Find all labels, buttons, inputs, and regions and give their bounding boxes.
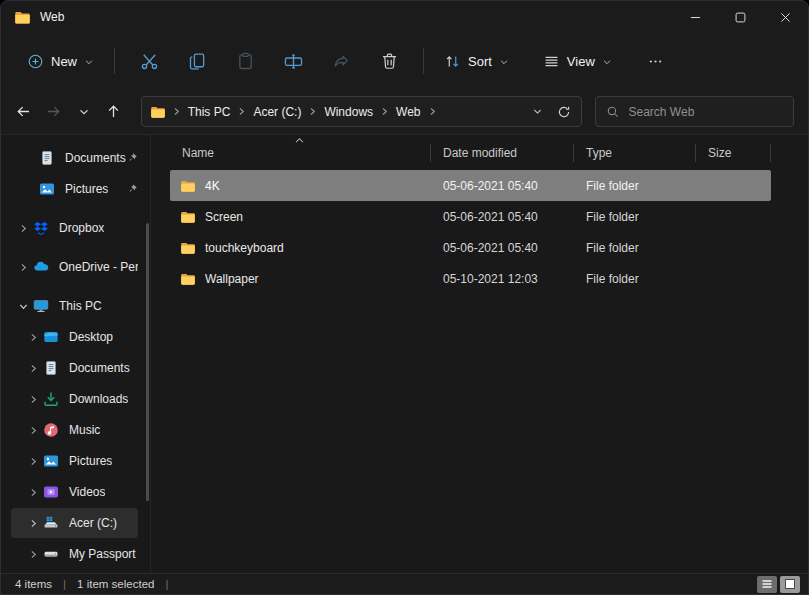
command-bar: New <box>1 33 808 89</box>
breadcrumb-chevron-icon <box>237 107 246 116</box>
column-header-name[interactable]: Name <box>170 144 431 162</box>
chevron-right-icon[interactable] <box>23 364 43 373</box>
folder-icon <box>180 209 196 225</box>
more-options-button[interactable] <box>636 43 676 79</box>
share-button[interactable] <box>321 43 361 79</box>
breadcrumb-this-pc[interactable]: This PC <box>183 102 236 122</box>
details-view-button[interactable] <box>757 576 777 593</box>
breadcrumb-web[interactable]: Web <box>391 102 425 122</box>
pictures-icon <box>43 453 59 469</box>
folder-icon <box>180 271 196 287</box>
sidebar-item-dropbox[interactable]: Dropbox <box>11 213 138 243</box>
breadcrumb-acer-c[interactable]: Acer (C:) <box>248 102 306 122</box>
close-button[interactable] <box>763 1 808 33</box>
sidebar-item-label: Videos <box>69 485 105 499</box>
sidebar-item-my-passport[interactable]: My Passport (H <box>11 539 138 569</box>
documents-icon <box>43 360 59 376</box>
this-pc-icon <box>33 298 49 314</box>
chevron-down-icon[interactable] <box>13 302 33 311</box>
file-name: Screen <box>205 210 243 224</box>
folder-icon <box>180 178 196 194</box>
rename-icon <box>283 51 304 72</box>
file-rows: 4K 05-06-2021 05:40 File folder Screen 0… <box>170 170 771 294</box>
search-box[interactable] <box>595 96 795 127</box>
column-header-size[interactable]: Size <box>696 144 771 162</box>
file-date-modified: 05-06-2021 05:40 <box>431 179 574 193</box>
sidebar-item-acer-c[interactable]: Acer (C:) <box>11 508 138 538</box>
search-input[interactable] <box>629 105 769 119</box>
sidebar-item-label: Pictures <box>65 182 108 196</box>
file-row-4k[interactable]: 4K 05-06-2021 05:40 File folder <box>170 170 771 201</box>
sidebar-item-label: Documents <box>69 361 130 375</box>
sidebar-item-label: My Passport (H <box>69 547 138 561</box>
paste-button[interactable] <box>225 43 265 79</box>
sidebar-item-label: Pictures <box>69 454 112 468</box>
folder-icon <box>14 9 31 26</box>
sidebar-item-pictures-pinned[interactable]: Pictures <box>11 174 138 204</box>
chevron-right-icon[interactable] <box>13 224 33 233</box>
sort-button[interactable]: Sort <box>434 46 519 77</box>
sidebar-item-onedrive[interactable]: OneDrive - Perso <box>11 252 138 282</box>
folder-icon <box>180 240 196 256</box>
delete-button[interactable] <box>369 43 409 79</box>
chevron-down-icon <box>84 57 94 67</box>
minimize-button[interactable] <box>673 1 718 33</box>
chevron-right-icon[interactable] <box>23 426 43 435</box>
drive-windows-icon <box>43 515 59 531</box>
file-explorer-window: Web New <box>0 0 809 595</box>
large-thumbnails-view-button[interactable] <box>780 576 800 593</box>
folder-icon <box>150 104 166 120</box>
view-button[interactable]: View <box>533 46 622 77</box>
sidebar-item-downloads[interactable]: Downloads <box>11 384 138 414</box>
column-header-type[interactable]: Type <box>574 144 696 162</box>
chevron-right-icon[interactable] <box>23 550 43 559</box>
column-headers: Name Date modified Type Size <box>170 139 771 167</box>
chevron-right-icon[interactable] <box>23 519 43 528</box>
titlebar: Web <box>1 1 808 33</box>
copy-button[interactable] <box>177 43 217 79</box>
status-divider: | <box>63 578 66 590</box>
sort-icon <box>444 53 461 70</box>
back-button[interactable] <box>9 97 39 127</box>
column-header-date-modified[interactable]: Date modified <box>431 144 574 162</box>
chevron-right-icon[interactable] <box>23 333 43 342</box>
chevron-right-icon[interactable] <box>13 263 33 272</box>
breadcrumb-windows[interactable]: Windows <box>319 102 378 122</box>
chevron-right-icon[interactable] <box>23 488 43 497</box>
recent-locations-button[interactable] <box>69 97 99 127</box>
item-count: 4 items <box>15 578 52 590</box>
address-bar[interactable]: This PC Acer (C:) Windows Web <box>141 96 582 127</box>
maximize-button[interactable] <box>718 1 763 33</box>
file-date-modified: 05-06-2021 05:40 <box>431 210 574 224</box>
sidebar-item-documents[interactable]: Documents <box>11 353 138 383</box>
sidebar-item-pictures[interactable]: Pictures <box>11 446 138 476</box>
sidebar-item-desktop[interactable]: Desktop <box>11 322 138 352</box>
chevron-right-icon[interactable] <box>23 395 43 404</box>
cut-button[interactable] <box>129 43 169 79</box>
external-drive-icon <box>43 546 59 562</box>
sidebar-scrollbar[interactable] <box>146 223 149 501</box>
rename-button[interactable] <box>273 43 313 79</box>
sidebar-item-label: This PC <box>59 299 102 313</box>
file-type: File folder <box>574 210 696 224</box>
sidebar-item-documents-pinned[interactable]: Documents <box>11 143 138 173</box>
address-dropdown-icon[interactable] <box>532 106 543 117</box>
file-row-touchkeyboard[interactable]: touchkeyboard 05-06-2021 05:40 File fold… <box>170 232 771 263</box>
paste-icon <box>235 51 256 72</box>
onedrive-icon <box>33 259 49 275</box>
file-type: File folder <box>574 241 696 255</box>
documents-icon <box>39 150 55 166</box>
up-button[interactable] <box>99 97 129 127</box>
downloads-icon <box>43 391 59 407</box>
sidebar-item-this-pc[interactable]: This PC <box>11 291 138 321</box>
sidebar-item-videos[interactable]: Videos <box>11 477 138 507</box>
sidebar-item-music[interactable]: Music <box>11 415 138 445</box>
refresh-icon[interactable] <box>557 105 571 119</box>
breadcrumb-chevron-icon <box>380 107 389 116</box>
file-row-wallpaper[interactable]: Wallpaper 05-10-2021 12:03 File folder <box>170 263 771 294</box>
chevron-right-icon[interactable] <box>23 457 43 466</box>
file-row-screen[interactable]: Screen 05-06-2021 05:40 File folder <box>170 201 771 232</box>
new-button[interactable]: New <box>17 46 104 77</box>
forward-button[interactable] <box>39 97 69 127</box>
pictures-icon <box>39 181 55 197</box>
